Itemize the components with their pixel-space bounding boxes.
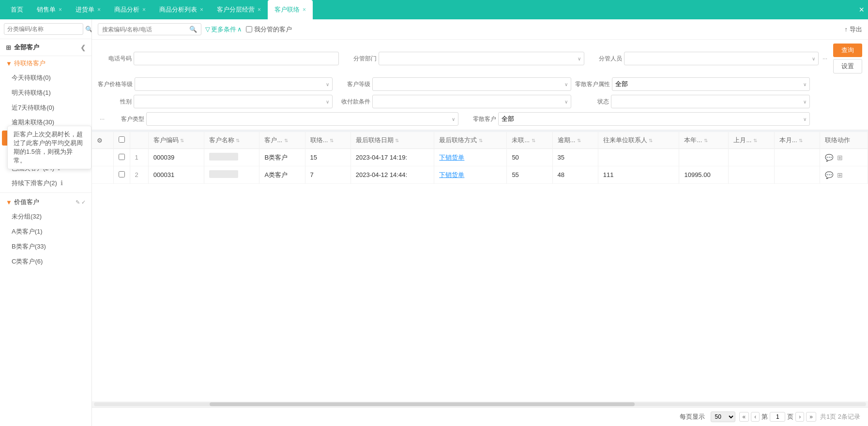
manager-more-btn[interactable]: ··· bbox=[821, 55, 829, 62]
sidebar-item-b-class[interactable]: B类客户(33) bbox=[0, 239, 91, 254]
sort-date-icon[interactable]: ⇅ bbox=[395, 138, 399, 143]
gender-select[interactable]: ∨ bbox=[134, 95, 333, 108]
window-close-button[interactable]: × bbox=[859, 5, 864, 15]
action-grid-icon-1[interactable]: ⊞ bbox=[837, 154, 843, 162]
collapse-arrow-icon[interactable]: ❮ bbox=[80, 44, 86, 51]
th-settings[interactable]: ⚙ bbox=[92, 132, 113, 149]
td-last-contact-method-1[interactable]: 下销货单 bbox=[434, 149, 507, 166]
th-this-month[interactable]: 本月... ⇅ bbox=[774, 132, 820, 149]
my-customers-checkbox-label[interactable]: 我分管的客户 bbox=[246, 25, 292, 34]
th-name[interactable]: 客户名称 ⇅ bbox=[204, 132, 259, 149]
select-all-checkbox[interactable] bbox=[119, 136, 125, 143]
first-page-btn[interactable]: « bbox=[739, 412, 749, 422]
customer-level-select[interactable]: ∨ bbox=[372, 77, 571, 91]
sort-unit-icon[interactable]: ⇅ bbox=[649, 138, 653, 143]
close-product-list-icon[interactable]: × bbox=[200, 0, 203, 19]
search-input[interactable] bbox=[102, 26, 189, 33]
close-product-analysis-icon[interactable]: × bbox=[142, 0, 146, 19]
table-settings-icon[interactable]: ⚙ bbox=[97, 137, 103, 144]
nav-sales-order[interactable]: 销售单 × bbox=[30, 0, 69, 19]
retail-customer-arrow-icon: ∨ bbox=[803, 117, 807, 122]
th-unread[interactable]: 未联... ⇅ bbox=[507, 132, 552, 149]
status-select[interactable]: ∨ bbox=[611, 95, 810, 108]
last-page-btn[interactable]: » bbox=[806, 412, 816, 422]
action-grid-icon-2[interactable]: ⊞ bbox=[837, 171, 843, 179]
pagination-nav: « ‹ 第 页 › » bbox=[739, 412, 816, 422]
setting-button[interactable]: 设置 bbox=[833, 59, 862, 73]
th-last-month[interactable]: 上月... ⇅ bbox=[729, 132, 774, 149]
edit-icon[interactable]: ✎ ✓ bbox=[76, 199, 86, 206]
nav-home[interactable]: 首页 bbox=[4, 0, 30, 19]
payment-select[interactable]: ∨ bbox=[372, 95, 571, 108]
customer-type-select[interactable]: ∨ bbox=[146, 112, 458, 126]
close-customer-tier-icon[interactable]: × bbox=[258, 0, 261, 19]
td-last-contact-method-2[interactable]: 下销货单 bbox=[434, 166, 507, 184]
scroll-thumb[interactable] bbox=[210, 402, 634, 406]
value-customer-group[interactable]: ▼ 价值客户 ✎ ✓ bbox=[0, 195, 91, 209]
action-chat-icon-1[interactable]: 💬 bbox=[825, 154, 833, 162]
sort-overdue-icon[interactable]: ⇅ bbox=[577, 138, 581, 143]
row1-checkbox[interactable] bbox=[119, 154, 125, 160]
th-this-year[interactable]: 本年... ⇅ bbox=[679, 132, 729, 149]
sort-name-icon[interactable]: ⇅ bbox=[236, 138, 240, 143]
nav-purchase-order[interactable]: 进货单 × bbox=[69, 0, 107, 19]
th-unit-contact[interactable]: 往来单位联系人 ⇅ bbox=[598, 132, 679, 149]
more-conditions-btn[interactable]: ▽ 更多条件 ∧ bbox=[205, 25, 242, 34]
pending-contact-arrow-icon: ▼ bbox=[6, 60, 12, 67]
page-number-input[interactable] bbox=[770, 412, 785, 422]
pending-contact-group[interactable]: ▼ 待联络客户 bbox=[0, 56, 91, 71]
th-last-contact-date[interactable]: 最后联络日期 ⇅ bbox=[350, 132, 434, 149]
sort-unread-icon[interactable]: ⇅ bbox=[532, 138, 535, 143]
sidebar-item-7days[interactable]: 近7天待联络(0) bbox=[0, 101, 91, 116]
query-button[interactable]: 查询 bbox=[833, 44, 862, 57]
sort-method-icon[interactable]: ⇅ bbox=[479, 138, 483, 143]
nav-customer-tier[interactable]: 客户分层经营 × bbox=[210, 0, 268, 19]
phone-input[interactable] bbox=[134, 52, 339, 65]
search-bar-icon[interactable]: 🔍 bbox=[189, 26, 197, 33]
retail-customer-select[interactable]: 全部 ∨ bbox=[498, 112, 810, 126]
sidebar-item-tomorrow[interactable]: 明天待联络(1) bbox=[0, 86, 91, 101]
sort-year-icon[interactable]: ⇅ bbox=[704, 138, 708, 143]
sidebar-search-area: 🔍 bbox=[0, 19, 91, 39]
dept-select[interactable]: ∨ bbox=[379, 52, 584, 65]
nav-customer-contact[interactable]: 客户联络 × bbox=[268, 0, 313, 19]
filter-icon: ▽ bbox=[205, 26, 210, 33]
sidebar-item-today[interactable]: 今天待联络(0) bbox=[0, 71, 91, 86]
th-last-contact-method[interactable]: 最后联络方式 ⇅ bbox=[434, 132, 507, 149]
row2-checkbox[interactable] bbox=[119, 171, 125, 177]
sidebar-search-icon[interactable]: 🔍 bbox=[85, 26, 92, 33]
sort-type-icon[interactable]: ⇅ bbox=[284, 138, 288, 143]
th-overdue[interactable]: 逾期... ⇅ bbox=[552, 132, 598, 149]
row4-more-btn[interactable]: ··· bbox=[98, 116, 107, 122]
th-code[interactable]: 客户编码 ⇅ bbox=[148, 132, 204, 149]
sidebar-item-unclassified[interactable]: 未分组(32) bbox=[0, 209, 91, 224]
prev-page-btn[interactable]: ‹ bbox=[751, 412, 760, 422]
my-customers-checkbox[interactable] bbox=[246, 26, 252, 32]
price-level-select[interactable]: ∨ bbox=[135, 77, 333, 91]
customer-level-arrow-icon: ∨ bbox=[564, 82, 568, 87]
page-size-select[interactable]: 50 100 200 bbox=[711, 411, 735, 422]
sort-this-month-icon[interactable]: ⇅ bbox=[799, 138, 803, 143]
export-btn[interactable]: ↑ 导出 bbox=[845, 25, 863, 34]
close-purchase-order-icon[interactable]: × bbox=[97, 0, 101, 19]
horizontal-scrollbar[interactable] bbox=[92, 401, 868, 407]
th-type[interactable]: 客户... ⇅ bbox=[259, 132, 305, 149]
sidebar-item-a-class[interactable]: A类客户(1) bbox=[0, 224, 91, 239]
sidebar-search-input[interactable] bbox=[4, 23, 83, 35]
close-sales-order-icon[interactable]: × bbox=[59, 0, 62, 19]
retail-attr-select[interactable]: 全部 ∨ bbox=[612, 77, 810, 91]
scroll-track[interactable] bbox=[94, 402, 866, 406]
nav-product-analysis-list[interactable]: 商品分析列表 × bbox=[152, 0, 210, 19]
nav-product-analysis[interactable]: 商品分析 × bbox=[107, 0, 152, 19]
sort-contact-icon[interactable]: ⇅ bbox=[330, 138, 334, 143]
sidebar-item-c-class[interactable]: C类客户(6) bbox=[0, 254, 91, 269]
th-contact[interactable]: 联络... ⇅ bbox=[305, 132, 350, 149]
sidebar-item-declining[interactable]: 持续下滑客户(2) ℹ bbox=[0, 176, 91, 191]
all-customers-title[interactable]: ⊞ 全部客户 ❮ bbox=[0, 39, 91, 56]
manager-select[interactable]: ∨ bbox=[624, 52, 819, 65]
sort-code-icon[interactable]: ⇅ bbox=[180, 138, 184, 143]
next-page-btn[interactable]: › bbox=[795, 412, 804, 422]
close-customer-contact-icon[interactable]: × bbox=[303, 0, 306, 19]
sort-last-month-icon[interactable]: ⇅ bbox=[753, 138, 757, 143]
action-chat-icon-2[interactable]: 💬 bbox=[825, 171, 833, 179]
